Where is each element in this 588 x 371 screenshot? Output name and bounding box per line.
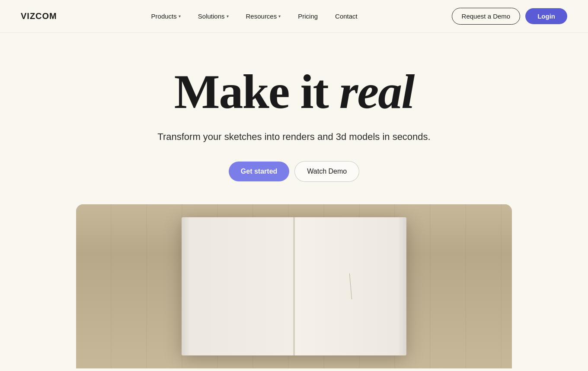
request-demo-button[interactable]: Request a Demo (452, 8, 521, 25)
hero-section: Make it real Transform your sketches int… (0, 33, 588, 368)
pencil-mark (349, 273, 352, 299)
hero-title: Make it real (174, 67, 414, 116)
navbar: VIZCOM Products ▾ Solutions ▾ Resources … (0, 0, 588, 33)
nav-links: Products ▾ Solutions ▾ Resources ▾ Prici… (144, 9, 364, 23)
nav-solutions-label: Solutions (198, 13, 225, 20)
page-stack-1 (296, 218, 406, 355)
nav-contact-label: Contact (335, 13, 358, 20)
nav-products[interactable]: Products ▾ (144, 9, 188, 23)
hero-title-italic: real (339, 65, 414, 118)
watch-demo-button[interactable]: Watch Demo (294, 161, 359, 182)
get-started-button[interactable]: Get started (229, 162, 289, 181)
nav-pricing-label: Pricing (298, 13, 318, 20)
hero-image (76, 204, 512, 368)
notebook-right-page (295, 217, 406, 355)
notebook (182, 217, 406, 355)
nav-resources[interactable]: Resources ▾ (239, 9, 288, 23)
notebook-left-page (182, 217, 294, 355)
brand-logo[interactable]: VIZCOM (21, 11, 57, 21)
hero-title-text: Make it (174, 65, 339, 118)
nav-pricing[interactable]: Pricing (291, 9, 325, 23)
chevron-down-icon: ▾ (227, 14, 229, 19)
page-stack-2 (297, 219, 406, 355)
chevron-down-icon: ▾ (179, 14, 181, 19)
hero-subtitle: Transform your sketches into renders and… (157, 130, 430, 144)
notebook-scene (76, 204, 512, 368)
hero-cta-buttons: Get started Watch Demo (229, 161, 359, 182)
nav-resources-label: Resources (246, 13, 277, 20)
nav-products-label: Products (151, 13, 177, 20)
nav-solutions[interactable]: Solutions ▾ (191, 9, 236, 23)
nav-actions: Request a Demo Login (452, 8, 567, 25)
login-button[interactable]: Login (525, 8, 567, 24)
nav-contact[interactable]: Contact (328, 9, 364, 23)
chevron-down-icon: ▾ (278, 14, 281, 19)
